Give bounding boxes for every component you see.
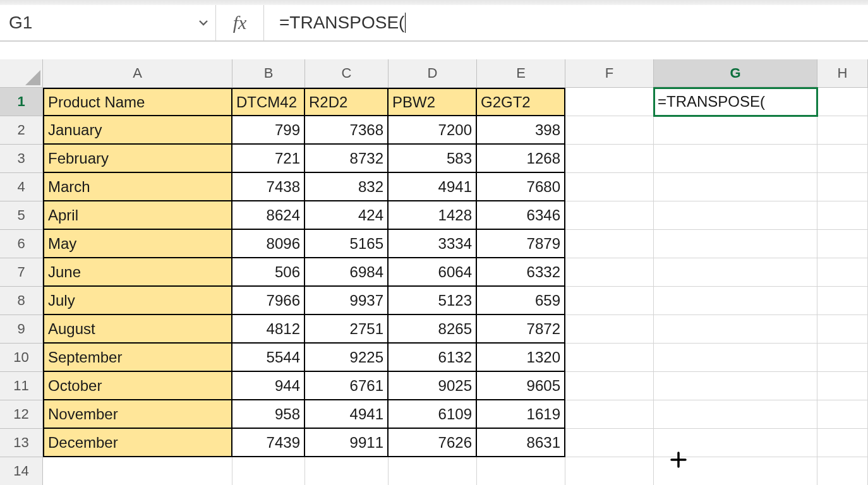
cell-H9[interactable] — [817, 315, 868, 344]
value-february-DTCM42[interactable]: 721 — [232, 145, 305, 173]
cell-F6[interactable] — [565, 230, 654, 258]
col-header-A[interactable]: A — [43, 59, 232, 88]
cell-H8[interactable] — [817, 287, 868, 315]
value-december-PBW2[interactable]: 7626 — [389, 429, 477, 457]
spreadsheet-grid[interactable]: ABCDEFGH1Product NameDTCM42R2D2PBW2G2GT2… — [0, 59, 868, 485]
cell-H14[interactable] — [817, 457, 868, 485]
col-header-B[interactable]: B — [232, 59, 305, 88]
value-january-R2D2[interactable]: 7368 — [305, 116, 389, 145]
value-september-G2GT2[interactable]: 1320 — [477, 344, 565, 372]
row-header-5[interactable]: 5 — [0, 201, 43, 230]
month-february[interactable]: February — [43, 145, 232, 173]
cell-H5[interactable] — [817, 201, 868, 230]
value-june-PBW2[interactable]: 6064 — [389, 258, 477, 287]
value-march-DTCM42[interactable]: 7438 — [232, 173, 305, 201]
cell-G2[interactable] — [654, 116, 817, 145]
cell-G4[interactable] — [654, 173, 817, 201]
cell-F10[interactable] — [565, 344, 654, 372]
row-header-8[interactable]: 8 — [0, 287, 43, 315]
value-march-PBW2[interactable]: 4941 — [389, 173, 477, 201]
cell-F14[interactable] — [565, 457, 654, 485]
value-august-PBW2[interactable]: 8265 — [389, 315, 477, 344]
month-may[interactable]: May — [43, 230, 232, 258]
formula-bar-input[interactable]: =TRANSPOSE( — [264, 5, 868, 40]
value-november-G2GT2[interactable]: 1619 — [477, 400, 565, 429]
name-box[interactable]: G1 — [0, 5, 216, 40]
value-august-DTCM42[interactable]: 4812 — [232, 315, 305, 344]
header-product-name[interactable]: Product Name — [43, 88, 232, 116]
row-header-10[interactable]: 10 — [0, 344, 43, 372]
row-header-3[interactable]: 3 — [0, 145, 43, 173]
cell-H4[interactable] — [817, 173, 868, 201]
cell-F13[interactable] — [565, 429, 654, 457]
col-header-D[interactable]: D — [389, 59, 477, 88]
row-header-7[interactable]: 7 — [0, 258, 43, 287]
row-header-11[interactable]: 11 — [0, 372, 43, 400]
value-january-DTCM42[interactable]: 799 — [232, 116, 305, 145]
value-april-R2D2[interactable]: 424 — [305, 201, 389, 230]
value-august-G2GT2[interactable]: 7872 — [477, 315, 565, 344]
cell-H13[interactable] — [817, 429, 868, 457]
value-may-PBW2[interactable]: 3334 — [389, 230, 477, 258]
select-all-corner[interactable] — [0, 59, 43, 88]
cell-F8[interactable] — [565, 287, 654, 315]
row-header-13[interactable]: 13 — [0, 429, 43, 457]
value-june-DTCM42[interactable]: 506 — [232, 258, 305, 287]
month-december[interactable]: December — [43, 429, 232, 457]
cell-H3[interactable] — [817, 145, 868, 173]
col-header-H[interactable]: H — [817, 59, 868, 88]
cell-A14[interactable] — [43, 457, 232, 485]
header-R2D2[interactable]: R2D2 — [305, 88, 389, 116]
value-july-PBW2[interactable]: 5123 — [389, 287, 477, 315]
value-april-DTCM42[interactable]: 8624 — [232, 201, 305, 230]
value-july-DTCM42[interactable]: 7966 — [232, 287, 305, 315]
cell-F3[interactable] — [565, 145, 654, 173]
cell-H10[interactable] — [817, 344, 868, 372]
value-june-G2GT2[interactable]: 6332 — [477, 258, 565, 287]
cell-G14[interactable] — [654, 457, 817, 485]
header-PBW2[interactable]: PBW2 — [389, 88, 477, 116]
month-november[interactable]: November — [43, 400, 232, 429]
value-february-R2D2[interactable]: 8732 — [305, 145, 389, 173]
cell-F4[interactable] — [565, 173, 654, 201]
row-header-9[interactable]: 9 — [0, 315, 43, 344]
value-april-PBW2[interactable]: 1428 — [389, 201, 477, 230]
value-october-G2GT2[interactable]: 9605 — [477, 372, 565, 400]
month-october[interactable]: October — [43, 372, 232, 400]
cell-F9[interactable] — [565, 315, 654, 344]
value-april-G2GT2[interactable]: 6346 — [477, 201, 565, 230]
col-header-C[interactable]: C — [305, 59, 389, 88]
row-header-12[interactable]: 12 — [0, 400, 43, 429]
value-october-R2D2[interactable]: 6761 — [305, 372, 389, 400]
col-header-F[interactable]: F — [565, 59, 654, 88]
value-march-G2GT2[interactable]: 7680 — [477, 173, 565, 201]
value-november-R2D2[interactable]: 4941 — [305, 400, 389, 429]
cell-B14[interactable] — [232, 457, 305, 485]
value-october-DTCM42[interactable]: 944 — [232, 372, 305, 400]
cell-F7[interactable] — [565, 258, 654, 287]
cell-G12[interactable] — [654, 400, 817, 429]
value-july-G2GT2[interactable]: 659 — [477, 287, 565, 315]
value-june-R2D2[interactable]: 6984 — [305, 258, 389, 287]
cell-H11[interactable] — [817, 372, 868, 400]
cell-E14[interactable] — [477, 457, 565, 485]
value-october-PBW2[interactable]: 9025 — [389, 372, 477, 400]
cell-H2[interactable] — [817, 116, 868, 145]
value-december-G2GT2[interactable]: 8631 — [477, 429, 565, 457]
header-G2GT2[interactable]: G2GT2 — [477, 88, 565, 116]
header-DTCM42[interactable]: DTCM42 — [232, 88, 305, 116]
value-september-PBW2[interactable]: 6132 — [389, 344, 477, 372]
fx-label[interactable]: fx — [216, 5, 264, 40]
cell-G5[interactable] — [654, 201, 817, 230]
cell-H1[interactable] — [817, 88, 868, 116]
value-november-DTCM42[interactable]: 958 — [232, 400, 305, 429]
row-header-2[interactable]: 2 — [0, 116, 43, 145]
value-september-DTCM42[interactable]: 5544 — [232, 344, 305, 372]
value-august-R2D2[interactable]: 2751 — [305, 315, 389, 344]
value-september-R2D2[interactable]: 9225 — [305, 344, 389, 372]
cell-G11[interactable] — [654, 372, 817, 400]
row-header-6[interactable]: 6 — [0, 230, 43, 258]
cell-F5[interactable] — [565, 201, 654, 230]
value-may-G2GT2[interactable]: 7879 — [477, 230, 565, 258]
cell-F1[interactable] — [565, 88, 654, 116]
